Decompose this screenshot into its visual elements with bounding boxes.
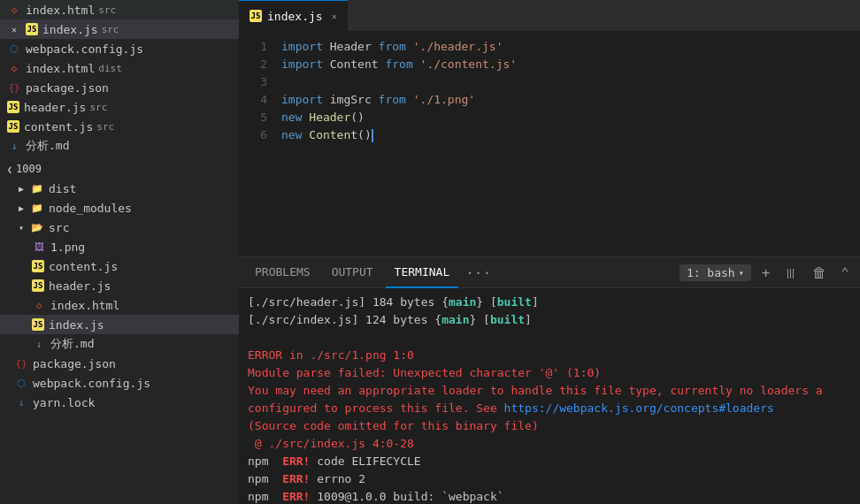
sidebar-item-src-content-js[interactable]: JS content.js bbox=[0, 256, 239, 276]
maximize-panel-button[interactable]: ⌃ bbox=[837, 263, 853, 283]
tab-terminal[interactable]: TERMINAL bbox=[386, 257, 459, 288]
sidebar-item-index-html-src[interactable]: ◇ index.html src bbox=[0, 0, 239, 19]
html-icon: ◇ bbox=[7, 3, 21, 17]
sidebar-item-root-pkg-json[interactable]: {} package.json bbox=[0, 354, 239, 373]
sidebar-item-dist[interactable]: ▶ 📁 dist bbox=[0, 179, 239, 198]
code-line-3 bbox=[281, 73, 860, 91]
editor-tab-index-js[interactable]: JS index.js ✕ bbox=[239, 0, 348, 31]
terminal-line-npm1: npm ERR! code ELIFECYCLE bbox=[248, 453, 851, 470]
sidebar-label: 1.png bbox=[50, 241, 85, 254]
open-editors-section: ◇ index.html src ✕ JS index.js src ⬡ web… bbox=[0, 0, 239, 156]
sidebar-label: header.js bbox=[24, 101, 86, 114]
terminal-line-error2: Module parse failed: Unexpected characte… bbox=[248, 364, 851, 382]
sidebar-label: package.json bbox=[26, 81, 109, 95]
split-terminal-button[interactable]: ⫼ bbox=[780, 263, 802, 283]
webpack-icon: ⬡ bbox=[14, 376, 28, 390]
problems-label: PROBLEMS bbox=[255, 265, 311, 279]
sidebar-item-src-index-js[interactable]: JS index.js bbox=[0, 315, 239, 334]
pkg-icon: {} bbox=[14, 356, 28, 370]
sidebar-label: index.js bbox=[49, 318, 104, 332]
sidebar-item-content-js[interactable]: JS content.js src bbox=[0, 117, 239, 136]
sidebar-badge: src bbox=[102, 24, 119, 35]
bash-label: 1: bash bbox=[687, 266, 735, 279]
js-icon: JS bbox=[26, 23, 38, 35]
sidebar-item-header-js[interactable]: JS header.js src bbox=[0, 97, 239, 117]
tab-more-icon[interactable]: ··· bbox=[462, 264, 495, 281]
tab-output[interactable]: OUTPUT bbox=[323, 257, 382, 288]
sidebar-item-index-js-src[interactable]: ✕ JS index.js src bbox=[0, 19, 239, 39]
sidebar-item-node-modules[interactable]: ▶ 📁 node_modules bbox=[0, 198, 239, 218]
sidebar-item-src-header-js[interactable]: JS header.js bbox=[0, 276, 239, 295]
folder-icon: 📁 bbox=[30, 201, 44, 215]
js-icon: JS bbox=[7, 120, 19, 133]
sidebar-item-src-1png[interactable]: 🖼 1.png bbox=[0, 237, 239, 256]
chevron-down-icon: ▾ bbox=[739, 268, 744, 278]
sidebar-badge: src bbox=[89, 102, 107, 113]
sidebar-badge: dist bbox=[98, 63, 122, 74]
sidebar-badge: src bbox=[96, 121, 114, 133]
section-collapse-icon[interactable]: ❮ bbox=[7, 164, 12, 174]
sidebar-label: src bbox=[49, 221, 69, 234]
sidebar-label: webpack.config.js bbox=[33, 377, 150, 390]
download-icon: ↓ bbox=[32, 337, 46, 351]
sidebar-item-src-index-html[interactable]: ◇ index.html bbox=[0, 295, 239, 315]
sidebar-item-fenxi-md[interactable]: ↓ 分析.md bbox=[0, 136, 239, 156]
sidebar-label: webpack.config.js bbox=[26, 42, 143, 56]
sidebar-label: 分析.md bbox=[50, 336, 94, 352]
terminal-content[interactable]: [./src/header.js] 184 bytes {main} [buil… bbox=[239, 288, 860, 504]
sidebar-item-src-fenxi-md[interactable]: ↓ 分析.md bbox=[0, 334, 239, 354]
js-icon: JS bbox=[32, 318, 44, 331]
terminal-line-error4: configured to process this file. See htt… bbox=[248, 400, 851, 417]
code-line-4: import imgSrc from './1.png' bbox=[281, 91, 860, 109]
sidebar-label: content.js bbox=[24, 120, 93, 134]
add-terminal-button[interactable]: + bbox=[758, 263, 774, 283]
js-icon: JS bbox=[32, 279, 44, 292]
js-icon: JS bbox=[7, 101, 19, 113]
sidebar-item-package-json[interactable]: {} package.json bbox=[0, 78, 239, 97]
section-title: 1009 bbox=[16, 163, 42, 175]
sidebar-item-index-html-dist[interactable]: ◇ index.html dist bbox=[0, 58, 239, 78]
folder-open-icon: 📂 bbox=[30, 220, 44, 234]
sidebar-label: node_modules bbox=[49, 202, 132, 215]
webpack-icon: ⬡ bbox=[7, 42, 21, 56]
sidebar-label: header.js bbox=[49, 279, 111, 293]
line-numbers: 1 2 3 4 5 6 bbox=[239, 31, 274, 256]
panel-right-controls: 1: bash ▾ + ⫼ 🗑 ⌃ bbox=[680, 263, 853, 283]
terminal-line-1: [./src/header.js] 184 bytes {main} [buil… bbox=[248, 294, 851, 311]
terminal-label: TERMINAL bbox=[395, 265, 450, 279]
bash-selector[interactable]: 1: bash ▾ bbox=[680, 264, 751, 281]
sidebar-badge: src bbox=[98, 4, 116, 16]
main-area: JS index.js ✕ 1 2 3 4 5 6 import Header … bbox=[239, 0, 860, 504]
sidebar-label: package.json bbox=[33, 357, 116, 370]
sidebar-item-webpack-config[interactable]: ⬡ webpack.config.js bbox=[0, 39, 239, 58]
terminal-line-blank bbox=[248, 329, 851, 347]
sidebar-item-src[interactable]: ▾ 📂 src bbox=[0, 218, 239, 237]
arrow-right-icon: ▶ bbox=[14, 201, 28, 215]
terminal-line-2: [./src/index.js] 124 bytes {main} [built… bbox=[248, 311, 851, 329]
sidebar-label: yarn.lock bbox=[33, 396, 95, 409]
sidebar-item-root-yarn-lock[interactable]: ↓ yarn.lock bbox=[0, 393, 239, 412]
panel-tabs: PROBLEMS OUTPUT TERMINAL ··· 1: bash ▾ +… bbox=[239, 257, 860, 288]
sidebar-label: index.html bbox=[26, 4, 95, 17]
sidebar-label: dist bbox=[49, 182, 76, 195]
arrow-down-icon: ▾ bbox=[14, 220, 28, 234]
code-line-5: new Header() bbox=[281, 109, 860, 126]
code-area[interactable]: import Header from './header.js' import … bbox=[274, 31, 860, 256]
output-label: OUTPUT bbox=[332, 265, 373, 279]
code-line-6: new Content() bbox=[281, 126, 860, 144]
tab-problems[interactable]: PROBLEMS bbox=[246, 257, 319, 288]
delete-terminal-button[interactable]: 🗑 bbox=[809, 263, 830, 283]
pkg-icon: {} bbox=[7, 80, 21, 95]
sidebar-label: index.js bbox=[42, 23, 98, 36]
terminal-line-error6: @ ./src/index.js 4:0-28 bbox=[248, 435, 851, 453]
png-icon: 🖼 bbox=[32, 240, 46, 254]
terminal-line-error5: (Source code omitted for this binary fil… bbox=[248, 417, 851, 435]
tab-close-icon[interactable]: ✕ bbox=[332, 11, 337, 21]
terminal-line-npm2: npm ERR! errno 2 bbox=[248, 470, 851, 488]
sidebar-item-root-webpack[interactable]: ⬡ webpack.config.js bbox=[0, 373, 239, 393]
sidebar-label: 分析.md bbox=[26, 138, 69, 154]
terminal-line-error1: ERROR in ./src/1.png 1:0 bbox=[248, 347, 851, 364]
sidebar: ◇ index.html src ✕ JS index.js src ⬡ web… bbox=[0, 0, 239, 504]
dots-label: ··· bbox=[465, 264, 491, 281]
close-icon[interactable]: ✕ bbox=[7, 22, 21, 36]
